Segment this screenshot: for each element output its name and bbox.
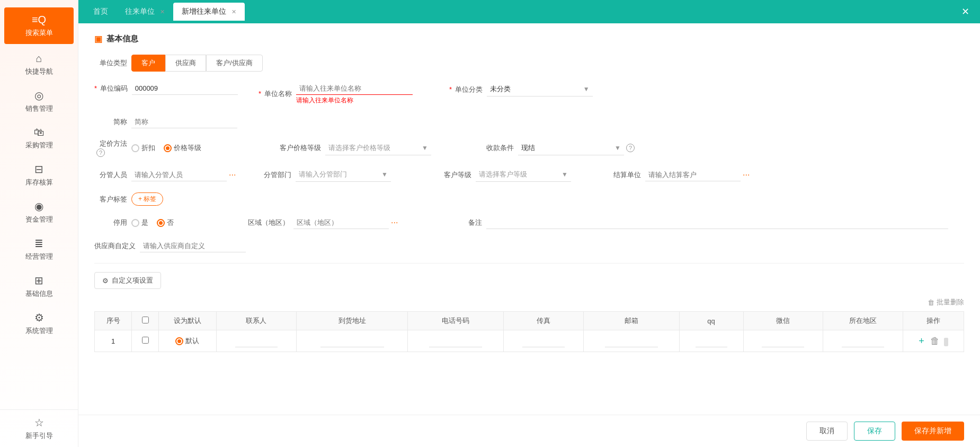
save-and-new-button[interactable]: 保存并新增: [902, 422, 964, 441]
disabled-no-dot: [159, 221, 163, 225]
pricing-radio-discount[interactable]: 折扣: [131, 143, 155, 153]
customer-level-select[interactable]: 请选择客户等级 ▼: [476, 168, 571, 182]
row-phone-input[interactable]: [429, 335, 482, 347]
disabled-no[interactable]: 否: [157, 218, 174, 227]
add-tag-button[interactable]: + 标签: [131, 192, 163, 206]
type-btn-customer[interactable]: 客户: [131, 55, 165, 72]
row-default-radio[interactable]: 默认: [164, 336, 211, 346]
sidebar-quicknav-label: 快捷导航: [25, 67, 53, 76]
row-add-button[interactable]: +: [919, 336, 924, 346]
type-btn-supplier[interactable]: 供应商: [165, 55, 206, 72]
settlement-unit-input[interactable]: [645, 169, 741, 181]
payment-terms-value: 现结: [521, 143, 535, 153]
customer-price-level-select[interactable]: 请选择客户价格等级 ▼: [325, 141, 431, 155]
notes-group: 备注: [449, 216, 948, 229]
pricing-help-icon[interactable]: ?: [96, 148, 105, 157]
disabled-group: 停用 是 否: [94, 218, 232, 227]
th-actions: 操作: [903, 312, 964, 330]
abbreviation-input[interactable]: [131, 116, 237, 128]
unit-category-select[interactable]: 未分类 ▼: [487, 82, 593, 97]
row-select-checkbox[interactable]: [142, 337, 149, 344]
unit-type-label: 单位类型: [94, 58, 131, 68]
type-btn-both[interactable]: 客户/供应商: [206, 55, 263, 72]
row-contact-input[interactable]: [235, 335, 278, 347]
sidebar-item-finance[interactable]: ◉ 资金管理: [0, 194, 78, 231]
payment-terms-select[interactable]: 现结 ▼: [518, 141, 624, 155]
settlement-unit-more-button[interactable]: ···: [743, 170, 750, 180]
customer-level-group: 客户等级 请选择客户等级 ▼: [439, 168, 587, 182]
payment-terms-help-icon[interactable]: ?: [626, 144, 635, 152]
price-level-arrow: ▼: [422, 144, 428, 152]
notes-input[interactable]: [486, 216, 948, 229]
row-fax-input[interactable]: [522, 335, 565, 347]
row-delete-button[interactable]: 🗑: [930, 336, 940, 346]
disabled-no-label: 否: [167, 218, 174, 227]
custom-settings-button[interactable]: ⚙ 自定义项设置: [94, 272, 161, 289]
tab-partners[interactable]: 往来单位 ✕: [117, 3, 173, 21]
row-fax: [504, 330, 584, 352]
tab-add-partner[interactable]: 新增往来单位 ✕: [173, 3, 245, 21]
pricing-method-label: 定价方法 ?: [94, 139, 131, 157]
sidebar-item-quicknav[interactable]: ⌂ 快捷导航: [0, 46, 78, 83]
row-email-input[interactable]: [605, 335, 658, 347]
row-default-radio-dot: [177, 339, 181, 343]
sidebar-item-inventory[interactable]: ⊟ 库存核算: [0, 156, 78, 194]
sidebar-search-label: 搜索菜单: [25, 28, 53, 38]
unit-name-input[interactable]: [296, 82, 413, 95]
batch-delete-label: 批量删除: [937, 297, 964, 307]
section-icon: ▣: [94, 34, 102, 44]
abbreviation-group: 简称: [94, 116, 243, 128]
tab-add-partner-close[interactable]: ✕: [231, 8, 236, 15]
disabled-yes[interactable]: 是: [131, 218, 148, 227]
unit-type-btn-group: 客户 供应商 客户/供应商: [131, 55, 263, 72]
th-address: 到货地址: [296, 312, 408, 330]
row-default-radio-circle: [175, 337, 183, 345]
tab-home[interactable]: 首页: [85, 3, 117, 21]
unit-name-error: 请输入往来单位名称: [296, 96, 413, 105]
manager-input[interactable]: [131, 169, 227, 181]
pricing-row: 定价方法 ? 折扣 价格等级: [94, 139, 964, 157]
row-drag-handle[interactable]: [944, 338, 948, 346]
cancel-button[interactable]: 取消: [806, 422, 848, 441]
sidebar-item-purchase[interactable]: 🛍 采购管理: [0, 120, 78, 156]
sidebar-purchase-label: 采购管理: [25, 141, 53, 150]
settlement-unit-label: 结算单位: [608, 170, 645, 180]
sidebar-item-operation[interactable]: ≣ 经营管理: [0, 231, 78, 268]
quicknav-icon: ⌂: [35, 52, 42, 65]
th-default: 设为默认: [158, 312, 216, 330]
save-button[interactable]: 保存: [854, 422, 895, 441]
sidebar-item-system[interactable]: ⚙ 系统管理: [0, 305, 78, 342]
row-actions: + 🗑: [903, 330, 964, 352]
supplier-custom-input[interactable]: [140, 240, 246, 252]
sidebar-item-sales[interactable]: ◎ 销售管理: [0, 83, 78, 120]
manager-more-button[interactable]: ···: [229, 170, 236, 180]
select-all-checkbox[interactable]: [142, 317, 149, 323]
customer-price-level-label: 客户价格等级: [280, 143, 325, 153]
area-input[interactable]: [293, 216, 389, 229]
sidebar-basic-label: 基础信息: [25, 289, 53, 299]
unit-name-label: * 单位名称: [259, 89, 296, 99]
row-phone: [408, 330, 504, 352]
row-address-input[interactable]: [320, 335, 384, 347]
tab-partners-close[interactable]: ✕: [160, 8, 165, 15]
supplier-custom-label: 供应商自定义: [94, 241, 140, 251]
close-all-tabs-button[interactable]: ✕: [957, 4, 974, 20]
sidebar-item-basic[interactable]: ⊞ 基础信息: [0, 268, 78, 305]
guide-icon: ☆: [34, 416, 44, 429]
batch-delete-button[interactable]: 🗑 批量删除: [928, 297, 964, 307]
unit-category-group: * 单位分类 未分类 ▼: [449, 82, 593, 97]
sidebar-item-search[interactable]: ≡Q 搜索菜单: [4, 7, 74, 44]
row-wechat-input[interactable]: [762, 335, 804, 347]
row-area-input[interactable]: [842, 335, 884, 347]
finance-icon: ◉: [34, 200, 43, 213]
supplier-custom-row: 供应商自定义: [94, 240, 964, 252]
unit-code-input[interactable]: [132, 82, 238, 95]
sidebar-item-guide[interactable]: ☆ 新手引导: [0, 409, 78, 447]
sales-icon: ◎: [34, 89, 43, 102]
pricing-radio-level[interactable]: 价格等级: [164, 143, 201, 153]
th-email: 邮箱: [583, 312, 679, 330]
area-more-button[interactable]: ···: [391, 218, 398, 227]
row-qq-input[interactable]: [696, 335, 727, 347]
department-select[interactable]: 请输入分管部门 ▼: [296, 168, 391, 182]
tab-home-label: 首页: [93, 7, 108, 16]
